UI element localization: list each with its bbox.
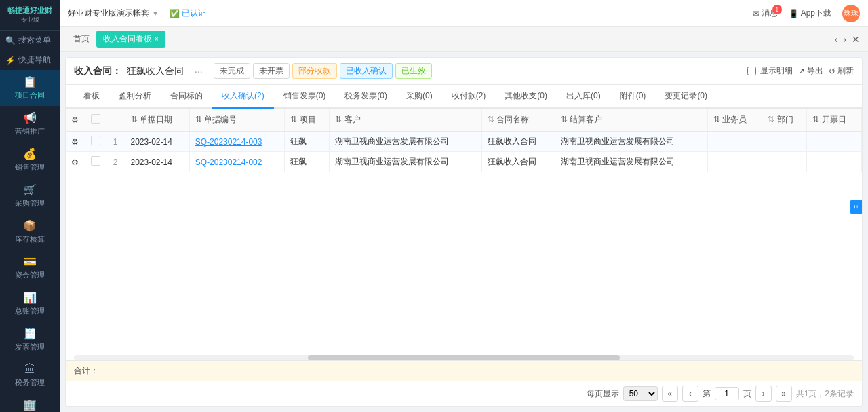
record-link-0[interactable]: SQ-20230214-003 <box>195 137 262 147</box>
sidebar-icon-marketing: 📢 <box>23 111 37 124</box>
sub-tab-0[interactable]: 看板 <box>74 85 109 109</box>
td-number-0[interactable]: SQ-20230214-003 <box>189 132 285 152</box>
th-customer[interactable]: ⇅ 客户 <box>330 109 482 132</box>
sidebar-item-tax[interactable]: 🏛税务管理 <box>0 358 60 393</box>
table-row: ⚙ 2 2023-02-14 SQ-20230214-002 狂飙 湖南卫视商业… <box>66 152 862 172</box>
td-contract-0: 狂飙收入合同 <box>481 132 555 152</box>
page-number-input[interactable] <box>715 387 739 400</box>
td-settings-1[interactable]: ⚙ <box>66 152 85 172</box>
tab-next-button[interactable]: › <box>843 34 846 45</box>
th-settlement[interactable]: ⇅ 结算客户 <box>555 109 708 132</box>
sidebar-item-fixed[interactable]: 🏢固定资产 <box>0 393 60 412</box>
show-detail-checkbox[interactable]: 显示明细 <box>747 65 793 77</box>
td-settlement-1: 湖南卫视商业运营发展有限公司 <box>555 152 708 172</box>
row-checkbox-0[interactable] <box>91 136 100 145</box>
more-options-button[interactable]: ··· <box>195 66 203 77</box>
page-total-info: 共1页，2条记录 <box>796 388 854 400</box>
page-first-button[interactable]: « <box>662 386 678 402</box>
row-checkbox-1[interactable] <box>91 156 100 166</box>
sub-tab-9[interactable]: 出入库(0) <box>557 85 610 109</box>
th-date[interactable]: ⇅ 单据日期 <box>125 109 189 132</box>
th-invoice-date[interactable]: ⇅ 开票日 <box>807 109 862 132</box>
refresh-icon: ↺ <box>829 67 835 76</box>
refresh-label: 刷新 <box>837 65 854 77</box>
select-all-checkbox[interactable] <box>91 114 100 124</box>
app-download-button[interactable]: 📱 App下载 <box>789 7 831 19</box>
th-project[interactable]: ⇅ 项目 <box>285 109 330 132</box>
th-number-label: ⇅ 单据编号 <box>195 115 237 124</box>
page-prev-button[interactable]: ‹ <box>682 386 698 402</box>
tab-close-button[interactable]: × <box>155 35 159 43</box>
page-next-button[interactable]: › <box>755 386 772 402</box>
th-settings[interactable]: ⚙ <box>66 109 85 132</box>
sidebar-item-fund[interactable]: 💳资金管理 <box>0 250 60 286</box>
th-contract[interactable]: ⇅ 合同名称 <box>481 109 555 132</box>
sub-tab-3[interactable]: 收入确认(2) <box>212 85 274 109</box>
td-checkbox-1[interactable] <box>85 152 106 172</box>
status-btn-2[interactable]: 部分收款 <box>292 63 337 79</box>
sub-tab-8[interactable]: 其他收支(0) <box>495 85 557 109</box>
sidebar-icon-sales: 💰 <box>23 147 37 160</box>
sidebar-item-general[interactable]: 📊总账管理 <box>0 286 60 322</box>
sidebar-quick-nav[interactable]: ⚡ 快捷导航 <box>0 50 60 70</box>
sidebar: 畅捷通好业财 专业版 🔍 搜索菜单 ⚡ 快捷导航 📋项目合同📢营销推广💰销售管理… <box>0 0 60 412</box>
sidebar-icon-project: 📋 <box>23 75 37 88</box>
sub-tab-11[interactable]: 变更记录(0) <box>655 85 717 109</box>
tab-close-all-button[interactable]: ✕ <box>852 34 860 45</box>
th-checkbox[interactable] <box>85 109 106 132</box>
td-customer-0: 湖南卫视商业运营发展有限公司 <box>330 132 482 152</box>
th-department[interactable]: ⇅ 部门 <box>762 109 807 132</box>
sidebar-items: 📋项目合同📢营销推广💰销售管理🛒采购管理📦库存核算💳资金管理📊总账管理🧾发票管理… <box>0 70 60 412</box>
refresh-button[interactable]: ↺ 刷新 <box>829 65 854 77</box>
sub-tab-2[interactable]: 合同标的 <box>161 85 212 109</box>
right-panel-button[interactable]: ≡ <box>850 200 862 214</box>
export-button[interactable]: ↗ 导出 <box>798 65 823 77</box>
scroll-thumb[interactable] <box>308 355 620 360</box>
status-btn-4[interactable]: 已生效 <box>395 63 432 79</box>
record-link-1[interactable]: SQ-20230214-002 <box>195 157 262 167</box>
tab-prev-button[interactable]: ‹ <box>835 34 838 45</box>
td-project-0: 狂飙 <box>285 132 330 152</box>
horizontal-scrollbar[interactable] <box>74 355 854 360</box>
sidebar-item-marketing[interactable]: 📢营销推广 <box>0 106 60 142</box>
td-settings-0[interactable]: ⚙ <box>66 132 85 152</box>
status-buttons: 未完成未开票部分收款已收入确认已生效 <box>214 63 432 79</box>
status-btn-3[interactable]: 已收入确认 <box>340 63 393 79</box>
export-label: 导出 <box>807 65 823 77</box>
sidebar-search[interactable]: 🔍 搜索菜单 <box>0 31 60 50</box>
sidebar-item-sales[interactable]: 💰销售管理 <box>0 142 60 178</box>
status-btn-0[interactable]: 未完成 <box>214 63 250 79</box>
sub-tab-6[interactable]: 采购(0) <box>397 85 442 109</box>
sub-tab-10[interactable]: 附件(0) <box>610 85 656 109</box>
sub-tab-7[interactable]: 收付款(2) <box>442 85 496 109</box>
certified-badge: ✅ 已认证 <box>170 7 206 19</box>
page-last-button[interactable]: » <box>776 386 792 402</box>
per-page-select[interactable]: 50 100 200 <box>623 386 658 401</box>
per-page-label: 每页显示 <box>587 388 619 400</box>
sub-tab-5[interactable]: 税务发票(0) <box>335 85 397 109</box>
table-head: ⚙ ⇅ 单据日期 ⇅ 单据编号 ⇅ 项目 ⇅ 客户 ⇅ 合同名称 ⇅ 结算客户 … <box>66 109 862 132</box>
message-button[interactable]: ✉ 消息 1 <box>753 7 778 19</box>
td-checkbox-0[interactable] <box>85 132 106 152</box>
status-btn-1[interactable]: 未开票 <box>253 63 290 79</box>
page-title-prefix: 收入合同： <box>74 65 121 77</box>
th-number[interactable]: ⇅ 单据编号 <box>189 109 285 132</box>
sub-tabs: 看板盈利分析合同标的收入确认(2)销售发票(0)税务发票(0)采购(0)收付款(… <box>66 85 862 109</box>
sidebar-label-general: 总账管理 <box>15 306 45 316</box>
sidebar-item-stock[interactable]: 📦库存核算 <box>0 214 60 250</box>
sidebar-icon-tax: 🏛 <box>24 363 35 375</box>
page-header-right: 显示明细 ↗ 导出 ↺ 刷新 <box>747 65 854 77</box>
sidebar-item-invoice[interactable]: 🧾发票管理 <box>0 322 60 358</box>
th-salesperson[interactable]: ⇅ 业务员 <box>707 109 762 132</box>
company-selector[interactable]: 好业财专业版演示帐套 ▼ <box>68 7 159 19</box>
th-rownum <box>106 109 125 132</box>
sub-tab-1[interactable]: 盈利分析 <box>109 85 161 109</box>
user-avatar[interactable]: 珠珠 <box>842 5 860 22</box>
td-number-1[interactable]: SQ-20230214-002 <box>189 152 285 172</box>
sidebar-item-purchase[interactable]: 🛒采购管理 <box>0 178 60 214</box>
tab-home[interactable]: 首页 <box>68 31 95 48</box>
tab-active[interactable]: 收入合同看板 × <box>96 31 165 48</box>
sub-tab-4[interactable]: 销售发票(0) <box>274 85 336 109</box>
detail-checkbox-input[interactable] <box>747 67 756 75</box>
sidebar-item-project[interactable]: 📋项目合同 <box>0 70 60 106</box>
